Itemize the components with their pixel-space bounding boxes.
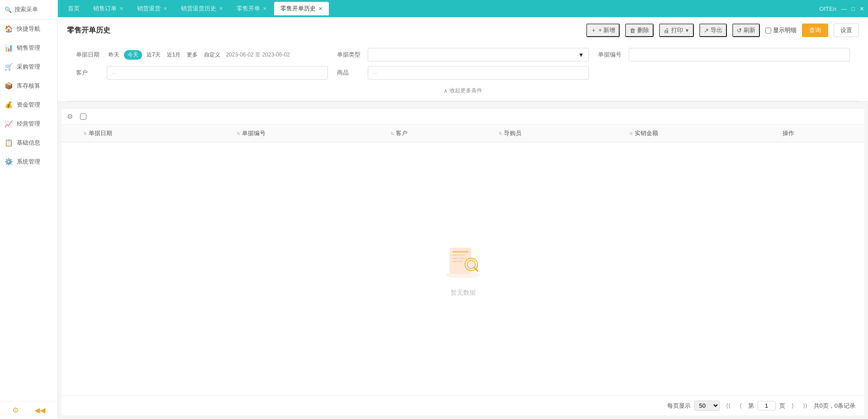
add-button[interactable]: ＋ + 新增: [586, 24, 620, 37]
collapse-up-icon: ∧: [444, 88, 448, 94]
tab-home[interactable]: 首页: [62, 2, 86, 15]
operations-icon: 📈: [5, 120, 13, 128]
date-btn-近7天[interactable]: 近7天: [145, 50, 162, 60]
page-input[interactable]: [758, 401, 776, 410]
content-body: ⚙ ⇅单据日期⇅单据编号⇅客户⇅导购员⇅实销金额操作: [58, 102, 868, 419]
query-button[interactable]: 查询: [802, 24, 828, 37]
tab-close-sales-return[interactable]: ✕: [163, 6, 167, 12]
filter-goods-item: 商品 ···: [337, 66, 589, 80]
svg-rect-2: [452, 251, 469, 253]
filter-row-1: 单据日期 昨天今天近7天近1月更多自定义 2023-06-02 至 2023-0…: [76, 48, 850, 61]
sidebar-item-inventory[interactable]: 📦库存核算: [0, 76, 57, 95]
goods-input[interactable]: ···: [368, 66, 589, 80]
window-minimize-icon[interactable]: —: [841, 5, 847, 12]
th-customer[interactable]: ⇅客户: [385, 125, 493, 142]
page-last-icon[interactable]: ⟩⟩: [800, 401, 810, 410]
date-btn-今天[interactable]: 今天: [124, 50, 142, 60]
sort-icon-number: ⇅: [237, 131, 240, 136]
page-title-row: 零售开单历史 ＋ + 新增 🗑 删除 🖨 打印 ▼: [67, 24, 859, 37]
tab-label-retail-open: 零售开单: [237, 5, 260, 13]
sidebar-item-label: 销售管理: [17, 44, 40, 52]
window-maximize-icon[interactable]: □: [851, 5, 855, 12]
display-detail-input[interactable]: [765, 28, 771, 33]
purchase-mgmt-icon: 🛒: [5, 63, 13, 71]
empty-text: 暂无数据: [451, 289, 476, 297]
collapse-sidebar-icon[interactable]: ◀◀: [34, 406, 45, 414]
date-range-value: 2023-06-02 至 2023-06-02: [226, 51, 289, 59]
tab-sales-return[interactable]: 销货退货✕: [131, 2, 174, 15]
sidebar-item-sales-mgmt[interactable]: 📊销售管理: [0, 38, 57, 57]
sidebar-item-system[interactable]: ⚙️系统管理: [0, 152, 57, 171]
sidebar-item-finance[interactable]: 💰资金管理: [0, 95, 57, 114]
sidebar-item-operations[interactable]: 📈经营管理: [0, 114, 57, 133]
date-btn-昨天[interactable]: 昨天: [107, 50, 121, 60]
date-btn-近1月[interactable]: 近1月: [165, 50, 183, 60]
print-button[interactable]: 🖨 打印 ▼: [659, 24, 694, 37]
inventory-icon: 📦: [5, 82, 13, 90]
refresh-button[interactable]: ↺ 刷新: [732, 24, 760, 37]
tab-close-retail-open[interactable]: ✕: [263, 6, 267, 12]
sidebar-item-label: 采购管理: [17, 63, 40, 71]
tab-label-retail-open-history: 零售开单历史: [280, 5, 316, 13]
type-select[interactable]: ▼: [368, 48, 589, 61]
type-select-arrow: ▼: [578, 52, 584, 58]
tab-retail-open-history[interactable]: 零售开单历史✕: [274, 2, 329, 15]
filter-number-item: 单据编号: [598, 48, 850, 61]
date-btn-更多[interactable]: 更多: [185, 50, 199, 60]
page-next-icon[interactable]: ⟩: [789, 401, 797, 410]
goods-filter-label: 商品: [337, 69, 364, 77]
tab-close-sales-return-history[interactable]: ✕: [219, 6, 223, 12]
th-number[interactable]: ⇅单据编号: [231, 125, 384, 142]
settings-button[interactable]: 设置: [834, 24, 859, 37]
th-date[interactable]: ⇅单据日期: [78, 125, 231, 142]
tab-close-retail-open-history[interactable]: ✕: [318, 6, 323, 12]
per-page-select[interactable]: 50 20 100: [694, 400, 720, 411]
filter-date-item: 单据日期 昨天今天近7天近1月更多自定义 2023-06-02 至 2023-0…: [76, 50, 328, 60]
basic-info-icon: 📋: [5, 139, 13, 147]
tab-label-sales-return: 销货退货: [137, 5, 161, 13]
th-guide[interactable]: ⇅导购员: [493, 125, 624, 142]
finance-icon: 💰: [5, 101, 13, 109]
print-icon: 🖨: [664, 27, 669, 34]
tab-sales-return-history[interactable]: 销货退货历史✕: [175, 2, 229, 15]
print-dropdown-icon: ▼: [685, 28, 689, 33]
date-btn-自定义[interactable]: 自定义: [202, 50, 222, 60]
display-detail-checkbox[interactable]: 显示明细: [765, 26, 797, 34]
table-settings-icon[interactable]: ⚙: [67, 113, 73, 121]
sort-icon-date: ⇅: [83, 131, 87, 136]
settings-bottom-icon[interactable]: ⚙: [12, 406, 19, 414]
th-amount[interactable]: ⇅实销金额: [624, 125, 777, 142]
window-close-icon[interactable]: ✕: [859, 5, 864, 12]
number-input[interactable]: [629, 48, 850, 61]
date-quick-btns: 昨天今天近7天近1月更多自定义: [107, 50, 222, 60]
collapse-bar[interactable]: ∧ 收起更多条件: [76, 84, 850, 95]
filter-row-2: 客户 ··· 商品 ···: [76, 66, 850, 80]
tab-retail-open[interactable]: 零售开单✕: [230, 2, 273, 15]
pagination: 每页显示 50 20 100 ⟨⟨ ⟨ 第 页 ⟩ ⟩⟩ 共0页，0条记录: [62, 395, 864, 415]
sidebar-search-label: 搜索采单: [14, 5, 38, 14]
quick-nav-icon: 🏠: [5, 25, 13, 33]
select-all-checkbox[interactable]: [80, 113, 86, 120]
export-button[interactable]: ↗ 导出: [699, 24, 727, 37]
number-filter-label: 单据编号: [598, 51, 625, 59]
filter-customer-item: 客户 ···: [76, 66, 328, 80]
customer-input[interactable]: ···: [107, 66, 328, 80]
page-first-icon[interactable]: ⟨⟨: [723, 401, 733, 410]
sidebar-item-quick-nav[interactable]: 🏠快捷导航: [0, 19, 57, 38]
page-prev-icon[interactable]: ⟨: [737, 401, 745, 410]
page-header: 零售开单历史 ＋ + 新增 🗑 删除 🖨 打印 ▼: [58, 17, 868, 102]
tab-close-sales-order[interactable]: ✕: [119, 6, 123, 12]
search-icon: 🔍: [5, 6, 12, 13]
sidebar-item-label: 系统管理: [17, 158, 40, 166]
tab-sales-order[interactable]: 销售订单✕: [87, 2, 130, 15]
page-label: 第: [748, 402, 754, 410]
sidebar-search[interactable]: 🔍 搜索采单: [0, 0, 57, 19]
delete-button[interactable]: 🗑 删除: [625, 24, 654, 37]
sidebar-item-basic-info[interactable]: 📋基础信息: [0, 133, 57, 152]
tab-label-sales-order: 销售订单: [93, 5, 117, 13]
tab-bar-right: OfTEn — □ ✕: [820, 5, 864, 12]
sidebar-item-purchase-mgmt[interactable]: 🛒采购管理: [0, 57, 57, 76]
empty-state: 暂无数据: [62, 142, 864, 395]
sidebar-item-label: 经营管理: [17, 120, 40, 128]
svg-rect-3: [452, 254, 465, 256]
